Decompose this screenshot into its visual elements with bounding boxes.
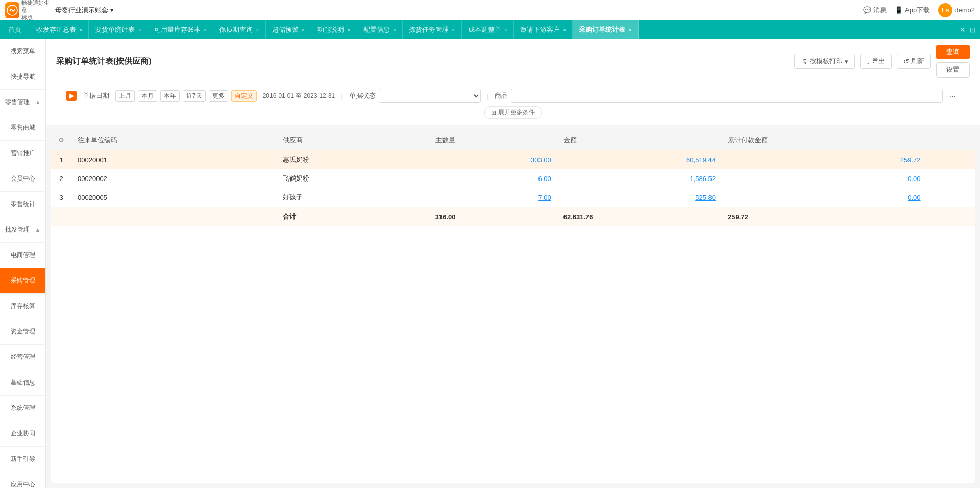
- sidebar-item-operations[interactable]: 经营管理: [0, 345, 45, 370]
- close-tab-caigou[interactable]: ×: [628, 27, 631, 33]
- tab-yaoqing[interactable]: 邀请下游客户 ×: [514, 20, 573, 39]
- sidebar-item-purchase[interactable]: 采购管理: [0, 268, 45, 294]
- row-amount[interactable]: 525.80: [557, 188, 722, 207]
- sidebar-item-finance[interactable]: 资金管理: [0, 319, 45, 345]
- close-tab-baozhiqi[interactable]: ×: [256, 27, 259, 33]
- date-btn-more[interactable]: 更多: [209, 90, 228, 102]
- sidebar-item-newbie[interactable]: 新手引导: [0, 447, 45, 472]
- wholesale-arrow: ▲: [35, 227, 40, 233]
- content-area: 采购订单统计表(按供应商) 🖨 按模板打印 ▾ ↓ 导出 ↺ 刷新: [46, 39, 980, 488]
- goods-input[interactable]: [511, 89, 943, 103]
- status-label: 单据状态: [349, 91, 376, 100]
- tab-shoufacun[interactable]: 收发存汇总表 ×: [30, 20, 89, 39]
- row-supplier: 好孩子: [277, 188, 429, 207]
- message-btn[interactable]: 💬 消息: [863, 6, 887, 15]
- query-button[interactable]: 查询: [936, 45, 970, 59]
- maximize-tabs[interactable]: ⊡: [970, 25, 976, 34]
- sidebar-item-shortcut[interactable]: 快捷导航: [0, 64, 45, 90]
- row-paid[interactable]: 259.72: [722, 150, 927, 169]
- sidebar-item-retail-manage[interactable]: 零售管理 ▲: [0, 90, 45, 115]
- row-amount[interactable]: 1,586.52: [557, 169, 722, 188]
- expand-more-btn[interactable]: ⊞ 展开更多条件: [484, 106, 542, 119]
- close-tab-yaoqing[interactable]: ×: [563, 27, 566, 33]
- tab-baozhiqi[interactable]: 保质期查询 ×: [213, 20, 265, 39]
- user-name: demo2: [954, 6, 975, 14]
- tab-jianhuo[interactable]: 拣货任务管理 ×: [403, 20, 461, 39]
- settings-button[interactable]: 设置: [936, 62, 970, 78]
- sidebar-item-inventory[interactable]: 库存核算: [0, 294, 45, 319]
- sidebar-item-ecommerce[interactable]: 电商管理: [0, 243, 45, 268]
- logo-icon: [5, 2, 19, 18]
- sidebar-item-system[interactable]: 系统管理: [0, 396, 45, 421]
- filter-area: ▶ 单据日期 上月 本月 本年 近7天 更多 自定义 2016-01-01 至 …: [56, 84, 970, 125]
- tab-chaochu[interactable]: 超储预警 ×: [266, 20, 311, 39]
- close-tab-peizhi[interactable]: ×: [393, 27, 396, 33]
- row-supplier: 惠氏奶粉: [277, 150, 429, 169]
- sidebar-item-wholesale[interactable]: 批发管理 ▲: [0, 217, 45, 243]
- table-container: ⚙ 往来单位编码 供应商 主数量 金额 累计付款金额 1 00020001: [51, 131, 975, 483]
- tab-yaohuo[interactable]: 要货单统计表 ×: [89, 20, 148, 39]
- row-paid[interactable]: 0.00: [722, 169, 927, 188]
- col-code: 往来单位编码: [71, 131, 277, 150]
- date-btn-7days[interactable]: 近7天: [183, 90, 206, 102]
- sidebar-item-basic-info[interactable]: 基础信息: [0, 370, 45, 396]
- tab-home[interactable]: 首页: [0, 20, 30, 39]
- row-quantity[interactable]: 6.00: [429, 169, 557, 188]
- logo-text: 畅捷通好生意 标版: [21, 0, 51, 21]
- tab-peizhi[interactable]: 配置信息 ×: [357, 20, 403, 39]
- app-download-btn[interactable]: 📱 App下载: [895, 6, 930, 15]
- export-button[interactable]: ↓ 导出: [860, 54, 892, 69]
- column-settings-icon[interactable]: ⚙: [57, 136, 65, 144]
- col-amount: 金额: [557, 131, 722, 150]
- footer-quantity: 316.00: [429, 207, 557, 227]
- row-amount[interactable]: 60,519.44: [557, 150, 722, 169]
- status-select[interactable]: [379, 89, 481, 103]
- top-bar: 畅捷通好生意 标版 母婴行业演示账套 ▾ 💬 消息 📱 App下载 Ea dem…: [0, 0, 980, 20]
- sidebar-item-retail-stat[interactable]: 零售统计: [0, 192, 45, 217]
- date-btn-last-month[interactable]: 上月: [115, 90, 135, 102]
- tab-keyongliang[interactable]: 可用量库存账本 ×: [148, 20, 213, 39]
- sidebar-item-member[interactable]: 会员中心: [0, 166, 45, 192]
- sidebar-item-enterprise[interactable]: 企业协同: [0, 421, 45, 447]
- tab-caigou-active[interactable]: 采购订单统计表 ×: [573, 20, 638, 39]
- close-tab-jianhuo[interactable]: ×: [452, 27, 455, 33]
- col-paid: 累计付款金额: [722, 131, 927, 150]
- sidebar: 搜索菜单 快捷导航 零售管理 ▲ 零售商城 营销推广 会员中心 零售统计 批发管…: [0, 39, 46, 488]
- row-code: 00020002: [71, 169, 277, 188]
- data-table: ⚙ 往来单位编码 供应商 主数量 金额 累计付款金额 1 00020001: [51, 131, 975, 226]
- workspace-selector[interactable]: 母婴行业演示账套 ▾: [51, 6, 863, 15]
- close-tab-chengben[interactable]: ×: [504, 27, 507, 33]
- row-no: 3: [51, 188, 71, 207]
- filter-more-icon[interactable]: ···: [946, 90, 960, 102]
- close-tab-yaohuo[interactable]: ×: [138, 27, 141, 33]
- row-quantity[interactable]: 303.00: [429, 150, 557, 169]
- close-tab-shoufacun[interactable]: ×: [79, 27, 82, 33]
- table-body: 1 00020001 惠氏奶粉 303.00 60,519.44 259.72 …: [51, 150, 975, 207]
- row-paid[interactable]: 0.00: [722, 188, 927, 207]
- print-icon: 🖨: [801, 58, 807, 65]
- custom-date-badge: 自定义: [231, 90, 257, 102]
- sidebar-item-app-center[interactable]: 应用中心: [0, 472, 45, 488]
- sidebar-item-search[interactable]: 搜索菜单: [0, 39, 45, 64]
- close-tab-chaochu[interactable]: ×: [302, 27, 305, 33]
- date-btn-this-month[interactable]: 本月: [138, 90, 157, 102]
- tab-chengben[interactable]: 成本调整单 ×: [462, 20, 514, 39]
- close-tab-keyongliang[interactable]: ×: [204, 27, 207, 33]
- close-all-tabs[interactable]: ✕: [960, 25, 966, 34]
- user-menu[interactable]: Ea demo2: [938, 3, 975, 17]
- row-quantity[interactable]: 7.00: [429, 188, 557, 207]
- close-tab-gongneng[interactable]: ×: [347, 27, 350, 33]
- date-btn-this-year[interactable]: 本年: [160, 90, 180, 102]
- filter-toggle-btn[interactable]: ▶: [66, 91, 77, 101]
- sidebar-item-marketing[interactable]: 营销推广: [0, 141, 45, 166]
- page-header: 采购订单统计表(按供应商) 🖨 按模板打印 ▾ ↓ 导出 ↺ 刷新: [46, 39, 980, 125]
- status-filter-wrap: 单据状态: [349, 89, 481, 103]
- sidebar-item-retail-shop[interactable]: 零售商城: [0, 115, 45, 141]
- avatar: Ea: [938, 3, 952, 17]
- tab-gongneng[interactable]: 功能说明 ×: [311, 20, 357, 39]
- template-print-button[interactable]: 🖨 按模板打印 ▾: [794, 54, 855, 69]
- export-icon: ↓: [867, 58, 870, 65]
- top-right: 💬 消息 📱 App下载 Ea demo2: [863, 3, 975, 17]
- table-row: 1 00020001 惠氏奶粉 303.00 60,519.44 259.72: [51, 150, 975, 169]
- refresh-button[interactable]: ↺ 刷新: [897, 54, 931, 69]
